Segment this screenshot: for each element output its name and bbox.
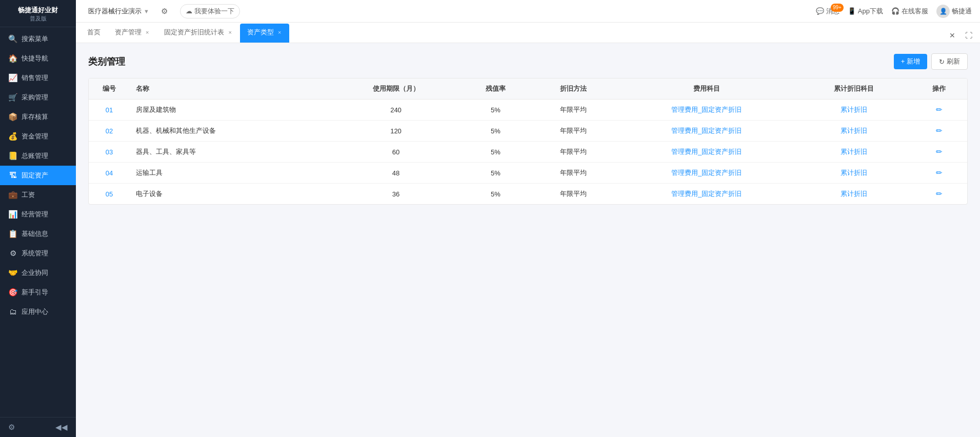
tab-close-3[interactable]: × — [277, 29, 282, 36]
sidebar-item-资金管理[interactable]: 💰 资金管理 — [0, 127, 76, 146]
sidebar-item-企业协同[interactable]: 🤝 企业协同 — [0, 263, 76, 283]
sidebar-item-label: 资金管理 — [22, 132, 48, 141]
cell-action-2[interactable]: ✏ — [911, 142, 967, 163]
tabs-bar: 首页资产管理×固定资产折旧统计表×资产类型× ✕ ⛶ — [76, 23, 980, 43]
cell-rate-3: 5% — [461, 163, 531, 184]
tab-label-0: 首页 — [87, 28, 101, 37]
sidebar-item-新手引导[interactable]: 🎯 新手引导 — [0, 283, 76, 302]
category-table-container: 编号名称使用期限（月）残值率折旧方法费用科目累计折旧科目操作 01 房屋及建筑物… — [88, 78, 968, 205]
tab-2[interactable]: 固定资产折旧统计表× — [157, 24, 239, 43]
sidebar-item-固定资产[interactable]: 🏗 固定资产 — [0, 166, 76, 185]
table-row: 03 器具、工具、家具等 60 5% 年限平均 管理费用_固定资产折旧 累计折旧… — [89, 142, 967, 163]
nav-icon-2: 📈 — [8, 73, 17, 83]
cell-name-1: 机器、机械和其他生产设备 — [130, 121, 331, 142]
cell-accumulated-1: 累计折旧 — [797, 121, 911, 142]
notification-badge: 99+ — [831, 4, 844, 12]
collapse-icon[interactable]: ◀◀ — [55, 423, 68, 432]
cloud-icon: ☁ — [186, 7, 192, 15]
sidebar-item-label: 应用中心 — [22, 307, 48, 316]
tab-close-2[interactable]: × — [227, 29, 232, 36]
cell-accumulated-0: 累计折旧 — [797, 100, 911, 121]
table-row: 01 房屋及建筑物 240 5% 年限平均 管理费用_固定资产折旧 累计折旧 ✏ — [89, 100, 967, 121]
sidebar-item-label: 固定资产 — [22, 171, 48, 180]
tab-0[interactable]: 首页 — [80, 24, 108, 43]
cell-name-4: 电子设备 — [130, 184, 331, 205]
nav-icon-0: 🔍 — [8, 34, 17, 44]
cell-action-1[interactable]: ✏ — [911, 121, 967, 142]
customer-service-item[interactable]: 🎧 在线客服 — [891, 7, 928, 16]
cell-expense-4: 管理费用_固定资产折旧 — [616, 184, 796, 205]
nav-icon-4: 📦 — [8, 112, 17, 122]
experience-button[interactable]: ☁ 我要体验一下 — [180, 4, 240, 18]
page-header-actions: + 新增 ↻ 刷新 — [894, 53, 968, 70]
edit-icon-0[interactable]: ✏ — [936, 105, 943, 114]
tab-1[interactable]: 资产管理× — [108, 24, 157, 43]
tab-close-1[interactable]: × — [145, 29, 150, 36]
sidebar-item-label: 系统管理 — [22, 249, 48, 258]
edit-icon-4[interactable]: ✏ — [936, 189, 943, 198]
table-body: 01 房屋及建筑物 240 5% 年限平均 管理费用_固定资产折旧 累计折旧 ✏… — [89, 100, 967, 205]
topbar-right: 💬 消息 99+ 📱 App下载 🎧 在线客服 👤 畅捷通 — [816, 5, 972, 18]
col-header-5: 费用科目 — [616, 78, 796, 100]
notifications-item[interactable]: 💬 消息 99+ — [816, 7, 839, 16]
cell-rate-4: 5% — [461, 184, 531, 205]
nav-icon-11: ⚙ — [8, 249, 17, 258]
cell-period-2: 60 — [331, 142, 460, 163]
cell-rate-1: 5% — [461, 121, 531, 142]
cell-period-4: 36 — [331, 184, 460, 205]
sidebar-item-快捷导航[interactable]: 🏠 快捷导航 — [0, 49, 76, 68]
expand-tab-button[interactable]: ⛶ — [962, 28, 976, 43]
cell-action-3[interactable]: ✏ — [911, 163, 967, 184]
col-header-7: 操作 — [911, 78, 967, 100]
sidebar-item-搜索菜单[interactable]: 🔍 搜索菜单 — [0, 29, 76, 49]
tab-3[interactable]: 资产类型× — [240, 24, 289, 43]
table-row: 02 机器、机械和其他生产设备 120 5% 年限平均 管理费用_固定资产折旧 … — [89, 121, 967, 142]
sidebar-item-应用中心[interactable]: 🗂 应用中心 — [0, 302, 76, 322]
sidebar-logo: 畅捷通好业财 普及版 — [0, 0, 76, 27]
sidebar-footer: ⚙ ◀◀ — [0, 417, 76, 437]
new-button[interactable]: + 新增 — [894, 54, 927, 69]
edit-icon-1[interactable]: ✏ — [936, 126, 943, 135]
sidebar-item-经营管理[interactable]: 📊 经营管理 — [0, 205, 76, 224]
industry-selector[interactable]: 医疗器械行业演示 ▼ — [84, 5, 153, 18]
cell-id-4: 05 — [89, 184, 130, 205]
user-item[interactable]: 👤 畅捷通 — [936, 5, 972, 18]
refresh-icon: ↻ — [939, 58, 945, 66]
cell-action-4[interactable]: ✏ — [911, 184, 967, 205]
close-tab-button[interactable]: ✕ — [945, 28, 959, 43]
col-header-0: 编号 — [89, 78, 130, 100]
sidebar-item-总账管理[interactable]: 📒 总账管理 — [0, 146, 76, 166]
sidebar-item-label: 企业协同 — [22, 268, 48, 277]
table-row: 04 运输工具 48 5% 年限平均 管理费用_固定资产折旧 累计折旧 ✏ — [89, 163, 967, 184]
avatar: 👤 — [936, 5, 950, 18]
sidebar-item-基础信息[interactable]: 📋 基础信息 — [0, 224, 76, 244]
refresh-button[interactable]: ↻ 刷新 — [931, 53, 968, 70]
tab-label-1: 资产管理 — [115, 28, 142, 37]
app-download-item[interactable]: 📱 App下载 — [848, 7, 883, 16]
sidebar-item-label: 基础信息 — [22, 229, 48, 239]
edit-icon-3[interactable]: ✏ — [936, 168, 943, 177]
sidebar-item-采购管理[interactable]: 🛒 采购管理 — [0, 88, 76, 107]
refresh-label: 刷新 — [947, 57, 960, 66]
topbar: 医疗器械行业演示 ▼ ⚙ ☁ 我要体验一下 💬 消息 99+ 📱 App下载 🎧… — [76, 0, 980, 23]
topbar-settings-button[interactable]: ⚙ — [157, 4, 172, 18]
sidebar-item-label: 采购管理 — [22, 93, 48, 102]
sidebar-item-销售管理[interactable]: 📈 销售管理 — [0, 68, 76, 88]
cell-action-0[interactable]: ✏ — [911, 100, 967, 121]
sidebar-item-工资[interactable]: 💼 工资 — [0, 185, 76, 205]
sidebar-item-label: 库存核算 — [22, 112, 48, 122]
cell-id-3: 04 — [89, 163, 130, 184]
cell-name-2: 器具、工具、家具等 — [130, 142, 331, 163]
cell-name-3: 运输工具 — [130, 163, 331, 184]
sidebar-item-系统管理[interactable]: ⚙ 系统管理 — [0, 244, 76, 263]
user-label: 畅捷通 — [952, 7, 972, 16]
sidebar-item-label: 新手引导 — [22, 288, 48, 297]
sidebar-item-库存核算[interactable]: 📦 库存核算 — [0, 107, 76, 127]
cell-period-3: 48 — [331, 163, 460, 184]
cell-period-0: 240 — [331, 100, 460, 121]
edit-icon-2[interactable]: ✏ — [936, 147, 943, 156]
cell-method-1: 年限平均 — [531, 121, 616, 142]
nav-icon-9: 📊 — [8, 210, 17, 219]
cell-id-0: 01 — [89, 100, 130, 121]
settings-icon[interactable]: ⚙ — [8, 423, 15, 432]
